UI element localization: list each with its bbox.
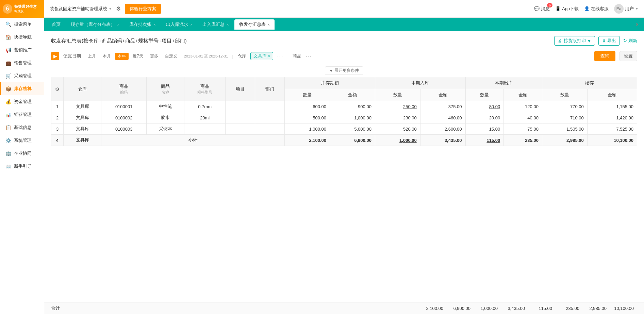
cell-open-amt: 5,000.00 [330, 123, 375, 135]
sidebar-item-purchase[interactable]: 🛒 采购管理 [0, 69, 44, 82]
sidebar-item-inventory[interactable]: 📦 库存核算 [0, 82, 44, 95]
more-options-button[interactable]: ··· [277, 53, 283, 59]
cell-in-qty[interactable]: 520.00 [375, 123, 420, 135]
finance-icon: 💰 [5, 99, 11, 104]
close-icon[interactable]: × [153, 22, 155, 27]
cell-spec: 20ml [184, 112, 226, 123]
tab-inventory-dist[interactable]: 现存量（库存分布表） × [66, 19, 124, 30]
column-settings-icon[interactable]: ⚙ [55, 86, 60, 92]
preset-last-month[interactable]: 上月 [85, 53, 99, 60]
export-icon: ⬇ [602, 38, 606, 44]
expand-more-button[interactable]: ▼ 展开更多条件 [325, 66, 364, 75]
col-out-amt: 金额 [504, 89, 542, 101]
system-selector[interactable]: 装备及固定资产辅助管理系统 ▼ [50, 6, 112, 12]
export-button[interactable]: ⬇ 导出 [598, 36, 620, 46]
experience-button[interactable]: 体验行业方案 [125, 4, 161, 14]
total-in-qty: 1,000.00 [474, 306, 501, 311]
sidebar-item-enterprise[interactable]: 🏢 企业协同 [0, 147, 44, 160]
message-button[interactable]: 💬 消息 6 [534, 6, 550, 12]
col-out: 本期出库 [465, 77, 542, 89]
cell-project [225, 123, 255, 135]
print-icon: 🖨 [558, 38, 562, 44]
close-all-tabs-button[interactable]: × [633, 20, 641, 29]
table-container: ⚙ 仓库 商品编码 商品名称 商品规格型号 项目 部门 库存期初 本期入库 本期… [44, 77, 644, 302]
cell-close-qty: 1,505.00 [542, 123, 587, 135]
cell-in-qty[interactable]: 1,000.00 [375, 135, 420, 146]
sidebar-item-operations[interactable]: 📊 经营管理 [0, 108, 44, 121]
sidebar-item-guide[interactable]: 📖 新手引导 [0, 160, 44, 173]
sidebar-item-finance[interactable]: 💰 资金管理 [0, 95, 44, 108]
cell-warehouse: 文具库 [64, 101, 101, 112]
filter-expand-button[interactable]: ▶ [51, 52, 59, 60]
sidebar-item-marketing[interactable]: 📢 营销推广 [0, 44, 44, 56]
preset-custom[interactable]: 自定义 [162, 53, 180, 60]
goods-more-button[interactable]: ··· [306, 53, 312, 59]
col-settings: ⚙ [51, 77, 64, 101]
logo-title: 畅捷通好生意 [14, 4, 37, 9]
col-code: 商品编码 [101, 77, 147, 101]
basic-info-icon: 📋 [5, 125, 11, 130]
cell-out-qty[interactable]: 20.00 [465, 112, 504, 123]
tab-batch-ledger[interactable]: 库存批次账 × [125, 19, 160, 30]
online-service-button[interactable]: 👤 在线客服 [584, 6, 609, 12]
col-open-qty: 数量 [285, 89, 330, 101]
chevron-down-icon: ▼ [587, 38, 592, 44]
goods-label: 商品 [293, 53, 301, 59]
enterprise-icon: 🏢 [5, 151, 11, 156]
cell-out-qty[interactable]: 15.00 [465, 123, 504, 135]
cell-in-qty[interactable]: 250.00 [375, 101, 420, 112]
warehouse-filter-tag[interactable]: 文具库 × [250, 52, 273, 60]
col-close-qty: 数量 [542, 89, 587, 101]
cell-name: 胶水 [147, 112, 184, 123]
preset-more[interactable]: 更多 [147, 53, 161, 60]
preset-this-month[interactable]: 本月 [100, 53, 114, 60]
close-icon[interactable]: × [268, 22, 270, 27]
print-button[interactable]: 🖨 拣货版打印 ▼ [554, 36, 595, 46]
col-spec: 商品规格型号 [184, 77, 226, 101]
tab-recv-send-summary[interactable]: 收发存汇总表 × [234, 19, 275, 30]
cell-close-amt: 10,100.00 [587, 135, 637, 146]
logo-subtitle: 标准版 [14, 9, 37, 14]
col-name: 商品名称 [147, 77, 184, 101]
message-icon: 💬 [534, 6, 540, 11]
cell-out-qty[interactable]: 80.00 [465, 101, 504, 112]
sidebar-item-search[interactable]: 🔍 搜索菜单 [0, 18, 44, 31]
cell-in-qty[interactable]: 230.00 [375, 112, 420, 123]
avatar: Ea [614, 4, 624, 14]
cell-close-qty: 2,985.00 [542, 135, 587, 146]
warehouse-tag-remove[interactable]: × [268, 54, 270, 58]
sidebar-item-sales[interactable]: 💼 销售管理 [0, 56, 44, 69]
tab-in-out-summary[interactable]: 出入库汇总 × [198, 19, 233, 30]
settings-icon[interactable]: ⚙ [116, 5, 121, 12]
cell-open-qty: 2,100.00 [285, 135, 330, 146]
preset-7days[interactable]: 近7天 [130, 53, 146, 60]
settings-small-button[interactable]: 设置 [620, 51, 637, 61]
cell-out-qty[interactable]: 115.00 [465, 135, 504, 146]
sidebar-item-quick-nav[interactable]: 🏠 快捷导航 [0, 31, 44, 44]
close-icon[interactable]: × [117, 22, 119, 27]
close-icon[interactable]: × [227, 22, 229, 27]
app-download-button[interactable]: 📱 App下载 [555, 6, 579, 12]
user-chevron-icon: ▼ [635, 7, 639, 11]
filter-bar: ▶ 记账日期 上月 本月 本年 近7天 更多 自定义 2023-01-01 至 … [44, 48, 644, 64]
query-button[interactable]: 查询 [594, 51, 615, 61]
warehouse-tag-label: 文具库 [253, 53, 267, 59]
refresh-icon: ↻ [623, 38, 627, 43]
tab-label: 出入库流水 [166, 21, 188, 28]
refresh-button[interactable]: ↻ 刷新 [623, 38, 637, 44]
sidebar-item-basic-info[interactable]: 📋 基础信息 [0, 121, 44, 134]
purchase-icon: 🛒 [5, 73, 11, 79]
cell-close-qty: 710.00 [542, 112, 587, 123]
col-out-qty: 数量 [465, 89, 504, 101]
close-icon[interactable]: × [190, 22, 192, 27]
sidebar-item-system[interactable]: ⚙️ 系统管理 [0, 134, 44, 147]
cell-in-amt: 460.00 [420, 112, 465, 123]
guide-icon: 📖 [5, 164, 11, 169]
preset-this-year[interactable]: 本年 [115, 53, 129, 60]
tab-home[interactable]: 首页 [47, 19, 65, 30]
sidebar-navigation: 🔍 搜索菜单 🏠 快捷导航 📢 营销推广 💼 销售管理 🛒 采购管理 📦 库存核… [0, 18, 44, 314]
cell-open-amt: 1,000.00 [330, 112, 375, 123]
tab-in-out-flow[interactable]: 出入库流水 × [161, 19, 197, 30]
total-out-qty: 115.00 [528, 306, 556, 311]
user-menu[interactable]: Ea 用户 ▼ [614, 4, 639, 14]
